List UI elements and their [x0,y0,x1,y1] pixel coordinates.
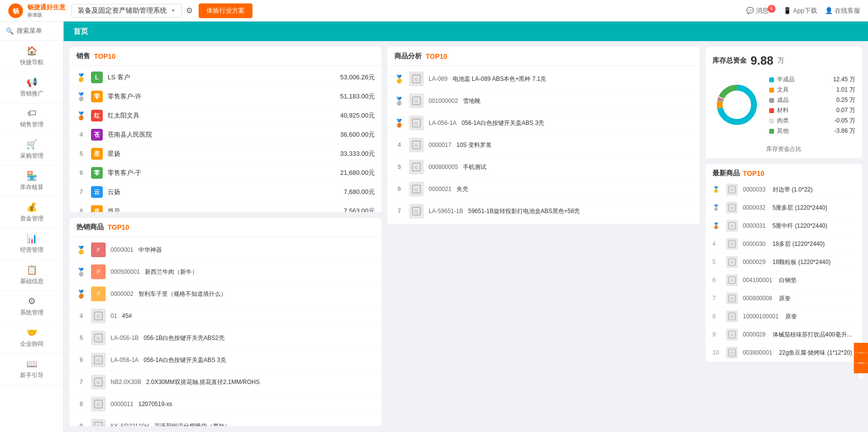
trial-button[interactable]: 体验行业方案 [199,3,252,18]
svg-text:G: G [96,358,100,363]
rank-name: 苍南县人民医院 [108,130,335,139]
svg-text:G: G [731,224,733,228]
sidebar-item-guide[interactable]: 📖 新手引导 [0,354,63,385]
sidebar-item-basic-info[interactable]: 📋 基础信息 [0,260,63,291]
new-product-item: 🥈 G 0000032 5厘多层 (1220*2440) [706,199,862,217]
svg-text:G: G [731,297,733,300]
legend-dot [769,98,774,103]
rank-name: LS 客户 [108,73,335,82]
hot-product-item: 🥉 P 0000002 智利车子里（规格不知道填什么） [69,283,382,305]
legend-dot [769,129,774,134]
rank-value: 7,563.00元 [343,207,375,212]
new-prod-placeholder: G [726,329,738,340]
medal-gold-icon: 🥇 [76,245,86,255]
cooperation-icon: 🤝 [26,327,37,338]
legend-item: 半成品 12.45 万 [769,75,855,84]
legend-value: 0.07 万 [836,106,855,115]
rank-num: 4 [76,130,86,140]
rank-num: 8 [76,399,86,409]
service-community-button[interactable]: 服务社区 [854,353,868,363]
operations-label: 经营管理 [20,246,44,254]
new-prod-name: 22g鱼豆腐·烧烤味 (1*12*20) [779,349,855,357]
new-prod-rank: 🥈 [712,204,721,211]
new-products-title: 最新商品 [712,169,740,178]
system-name: 装备及固定资产辅助管理系统 [78,6,167,15]
sidebar-item-purchase[interactable]: 🛒 采购管理 [0,134,63,166]
settings-button[interactable]: ⚙ [186,6,193,15]
new-prod-rank: 🥇 [712,186,721,193]
sidebar-item-system[interactable]: ⚙ 系统管理 [0,291,63,322]
legend-value: -0.05 万 [834,117,855,125]
product-analysis-title: 商品分析 [394,52,422,61]
sales-label: 销售管理 [20,120,44,129]
new-products-card: 最新商品 TOP10 🥇 G 0000033 封边带 (1.0*22)🥈 G 0… [706,164,862,362]
rank-value: 53,006.26元 [340,73,375,82]
svg-text:G: G [731,351,733,355]
medal-bronze-icon: 🥉 [76,289,86,299]
basic-info-label: 基础信息 [20,277,44,286]
product-name: 056-1B白色按键开关壳ABS2壳 [143,334,375,342]
new-products-header: 最新商品 TOP10 [706,164,862,181]
system-selector[interactable]: 装备及固定资产辅助管理系统 ▼ [71,4,182,18]
sales-product-item: 🥇 G LA-089 电池盖 LA-089 ABS本色+黑种 7.1克 [388,68,700,90]
svg-text:G: G [414,187,418,192]
product-code: 01 [111,312,117,319]
direct-button[interactable]: 直播 [854,363,868,373]
svg-text:P: P [97,247,100,253]
search-label: 搜索菜单 [17,26,42,35]
rank-num: 5 [76,149,86,159]
sidebar-item-finance[interactable]: 💰 资金管理 [0,197,63,228]
marketing-icon: 📢 [26,77,37,88]
svg-text:G: G [414,99,418,104]
sidebar-item-marketing[interactable]: 📢 营销推广 [0,72,63,103]
hot-products-title: 热销商品 [76,223,104,232]
new-products-list: 🥇 G 0000033 封边带 (1.0*22)🥈 G 0000032 5厘多层… [706,181,862,362]
sidebar-item-operations[interactable]: 📊 经营管理 [0,228,63,260]
messages-button[interactable]: 💬 消息 6 [746,6,776,15]
product-placeholder: G [409,138,424,152]
svg-text:G: G [731,333,733,336]
new-prod-placeholder: G [726,274,738,286]
rank-num: 4 [394,140,404,150]
product-code: 0000017 [429,142,452,148]
sidebar: 🔍 搜索菜单 🏠 快捷导航📢 营销推广🏷 销售管理🛒 采购管理🏪 库存核算💰 资… [0,22,64,432]
system-icon: ⚙ [28,296,36,307]
new-product-item: 🥉 G 0000031 5厘中纤 (1220*2440) [706,217,862,235]
donut-section: 半成品 12.45 万 文具 1.01 万 成品 0.25 万 材料 0.07 … [706,72,862,142]
customer-rank-item: 5 星 星扬 33,333.00元 [69,144,382,164]
legend-item: 其他 -3.86 万 [769,127,855,135]
new-prod-code: 003800001 [743,349,772,356]
sidebar-item-inventory[interactable]: 🏪 库存核算 [0,166,63,197]
legend-label: 文具 [777,86,789,94]
quick-nav-icon: 🏠 [26,46,37,56]
svg-text:G: G [731,188,733,192]
content-area: 首页 销售 TOP10 🥇 L LS 客户 53,006.26元🥈 零 零售客户… [64,22,868,432]
svg-text:G: G [414,143,418,148]
sidebar-item-cooperation[interactable]: 🤝 企业协同 [0,322,63,354]
svg-text:G: G [731,206,733,210]
rank-num: 5 [76,333,86,343]
app-download-button[interactable]: 📱 App下载 [783,6,817,15]
product-code: 0000001 [111,246,134,253]
inventory-icon: 🏪 [26,170,37,181]
customer-service-button[interactable]: 客服热线 [854,343,868,353]
sidebar-search[interactable]: 🔍 搜索菜单 [0,22,63,41]
inventory-legend: 半成品 12.45 万 文具 1.01 万 成品 0.25 万 材料 0.07 … [769,75,855,135]
inventory-footer: 库存资金占比 [706,142,862,158]
inventory-title: 库存总资金 [712,56,747,65]
right-column: 库存总资金 9.88 万 [706,47,862,426]
quick-nav-label: 快捷导航 [20,58,44,67]
rank-name: 星扬 [108,149,335,158]
sidebar-item-sales[interactable]: 🏷 销售管理 [0,103,63,134]
message-icon: 💬 [746,7,754,14]
legend-label: 肉类 [777,117,789,125]
main-layout: 🔍 搜索菜单 🏠 快捷导航📢 营销推广🏷 销售管理🛒 采购管理🏪 库存核算💰 资… [0,22,868,432]
new-prod-rank: 4 [712,240,721,247]
new-prod-rank: 🥉 [712,222,721,229]
product-placeholder: G [91,331,106,345]
online-service-button[interactable]: 👤 在线客服 [825,6,860,15]
new-prod-placeholder: G [726,311,738,322]
product-code: 001000002 [429,97,458,104]
sidebar-item-quick-nav[interactable]: 🏠 快捷导航 [0,41,63,72]
app-label: App下载 [793,6,817,15]
